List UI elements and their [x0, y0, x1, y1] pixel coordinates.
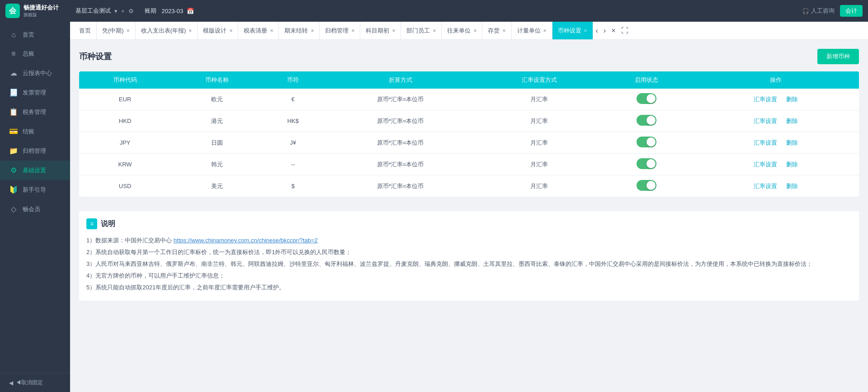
delete-link-2[interactable]: 删除: [786, 139, 798, 146]
sidebar-item-home[interactable]: ⌂ 首页: [0, 25, 70, 44]
new-currency-button[interactable]: 新增币种: [817, 49, 859, 64]
tab-currency[interactable]: 币种设置 ×: [552, 22, 593, 40]
sidebar-item-settings[interactable]: ⚙ 基础设置: [0, 161, 70, 180]
tab-expand-btn[interactable]: ⛶: [618, 27, 631, 35]
tab-close-currency[interactable]: ×: [584, 28, 587, 34]
tab-close-period-end[interactable]: ×: [311, 28, 314, 34]
tab-close-template[interactable]: ×: [229, 28, 232, 34]
tab-close-counterparty[interactable]: ×: [473, 28, 476, 34]
tab-close-department[interactable]: ×: [433, 28, 436, 34]
add-workspace-btn[interactable]: +: [121, 8, 125, 14]
delete-link-0[interactable]: 删除: [786, 96, 798, 103]
cell-status-2: [601, 132, 693, 154]
toggle-0[interactable]: [637, 93, 656, 104]
workspace-dropdown-icon[interactable]: ▾: [114, 8, 118, 14]
tab-close-inventory[interactable]: ×: [502, 28, 505, 34]
tab-counterparty[interactable]: 往来单位 ×: [442, 22, 482, 40]
top-right-area: 🎧 人工咨询 会计: [802, 5, 863, 17]
sidebar-item-checkout[interactable]: 💳 结账: [0, 122, 70, 141]
tab-prev-btn[interactable]: ‹: [593, 27, 601, 35]
account-button[interactable]: 会计: [840, 5, 863, 17]
tab-department[interactable]: 部门员工 ×: [401, 22, 442, 40]
sidebar-nav: ⌂ 首页 ≡ 总账 ☁ 云报表中心 🧾 发票管理 📋 税务管理: [0, 22, 70, 373]
toggle-track-1: [637, 115, 656, 126]
notes-item-4: 4）无官方牌价的币种，可以用户手工维护汇率信息；: [86, 270, 852, 282]
sidebar-item-archive[interactable]: 📁 归档管理: [0, 141, 70, 161]
tax-icon: 📋: [9, 108, 18, 116]
sidebar-item-ledger[interactable]: ≡ 总账: [0, 44, 70, 63]
tab-period-end[interactable]: 期末结转 ×: [279, 22, 320, 40]
col-rate-type: 汇率设置方式: [477, 71, 601, 89]
cell-symbol-0: €: [263, 89, 323, 110]
tab-close-unit[interactable]: ×: [543, 28, 547, 34]
tab-close-income-report[interactable]: ×: [189, 28, 192, 34]
tab-income-report[interactable]: 收入支出表(年报) ×: [136, 22, 198, 40]
archive-icon: 📁: [9, 146, 18, 155]
help-button[interactable]: 🎧 人工咨询: [802, 7, 835, 15]
cell-action-2: 汇率设置 删除: [693, 132, 859, 154]
notes-link[interactable]: https://www.chinamoney.com.cn/chinese/bk…: [174, 237, 318, 244]
cell-name-3: 韩元: [171, 154, 263, 175]
sidebar-pin-toggle[interactable]: ◀ ◀取消固定: [0, 373, 70, 392]
sidebar-item-reports[interactable]: ☁ 云报表中心: [0, 63, 70, 83]
tab-template[interactable]: 模版设计 ×: [198, 22, 238, 40]
tab-close-voucher[interactable]: ×: [127, 28, 130, 34]
tab-close-archive[interactable]: ×: [351, 28, 354, 34]
tab-subject-init[interactable]: 科目期初 ×: [360, 22, 401, 40]
tab-next-btn[interactable]: ›: [601, 27, 609, 35]
cell-code-2: JPY: [79, 132, 171, 154]
tab-voucher[interactable]: 凭(中期) ×: [97, 22, 136, 40]
toggle-track-4: [637, 180, 656, 191]
cell-action-0: 汇率设置 删除: [693, 89, 859, 110]
delete-link-4[interactable]: 删除: [786, 183, 798, 189]
tab-close-all-btn[interactable]: ×: [609, 27, 618, 35]
ledger-icon: ≡: [9, 50, 18, 58]
guide-icon: 🔰: [9, 185, 18, 194]
table-header-row: 币种代码 币种名称 币符 折算方式 汇率设置方式 启用状态 操作: [79, 71, 859, 89]
notes-item-2: 2）系统自动获取每月第一个工作日的汇率标价，统一为直接标价法，即1外币可以兑换的…: [86, 246, 852, 258]
cell-code-0: EUR: [79, 89, 171, 110]
rate-setting-link-4[interactable]: 汇率设置: [754, 183, 777, 189]
rate-setting-link-3[interactable]: 汇率设置: [754, 161, 777, 168]
tab-inventory[interactable]: 存货 ×: [482, 22, 511, 40]
sidebar-item-invoice[interactable]: 🧾 发票管理: [0, 83, 70, 102]
rate-setting-link-2[interactable]: 汇率设置: [754, 139, 777, 146]
tab-home[interactable]: 首页: [74, 22, 97, 40]
cell-method-0: 原币*汇率=本位币: [323, 89, 477, 110]
notes-title: ≡ 说明: [86, 218, 852, 229]
toggle-thumb-2: [646, 137, 656, 146]
app-container: 会 畅捷通好会计 旗舰版 基层工会测试 ▾ + ⚙ 账期 2023-03 📅 🎧…: [0, 0, 868, 392]
toggle-2[interactable]: [637, 137, 656, 147]
sidebar-item-tax[interactable]: 📋 税务管理: [0, 102, 70, 122]
cell-status-0: [601, 89, 693, 110]
cell-code-4: USD: [79, 175, 171, 197]
tab-bar: 首页 凭(中期) × 收入支出表(年报) × 模版设计 × 税表清册 ×: [70, 22, 868, 40]
toggle-4[interactable]: [637, 180, 656, 191]
rate-setting-link-0[interactable]: 汇率设置: [754, 96, 777, 103]
cell-action-1: 汇率设置 删除: [693, 110, 859, 132]
tab-unit[interactable]: 计量单位 ×: [512, 22, 552, 40]
toggle-1[interactable]: [637, 115, 656, 126]
tab-close-tax-table[interactable]: ×: [270, 28, 273, 34]
rate-setting-link-1[interactable]: 汇率设置: [754, 118, 777, 124]
delete-link-1[interactable]: 删除: [786, 118, 798, 124]
toggle-3[interactable]: [637, 158, 656, 169]
delete-link-3[interactable]: 删除: [786, 161, 798, 168]
tab-close-subject-init[interactable]: ×: [392, 28, 395, 34]
tab-tax-table[interactable]: 税表清册 ×: [238, 22, 279, 40]
table-row: EUR 欧元 € 原币*汇率=本位币 月汇率 汇率设置 删除: [79, 89, 859, 110]
toggle-thumb-1: [646, 116, 656, 125]
cell-action-4: 汇率设置 删除: [693, 175, 859, 197]
notes-item-5: 5）系统只能自动抓取2021年度后的汇率，之前年度汇率需要用户手工维护。: [86, 282, 852, 293]
settings-icon[interactable]: ⚙: [128, 8, 134, 14]
sidebar-item-member[interactable]: ◇ 畅会员: [0, 199, 70, 219]
col-action: 操作: [693, 71, 859, 89]
calendar-icon[interactable]: 📅: [187, 8, 194, 14]
tab-archive[interactable]: 归档管理 ×: [320, 22, 360, 40]
notes-icon: ≡: [86, 218, 97, 229]
sidebar-item-guide[interactable]: 🔰 新手引导: [0, 180, 70, 199]
col-name: 币种名称: [171, 71, 263, 89]
cell-rate-type-2: 月汇率: [477, 132, 601, 154]
pin-icon: ◀: [9, 380, 13, 386]
notes-item-3: 3）人民币对马来西亚林吉特、俄罗斯卢布、南非兰特、韩元、阿联酋迪拉姆、沙特里亚尔…: [86, 258, 852, 270]
